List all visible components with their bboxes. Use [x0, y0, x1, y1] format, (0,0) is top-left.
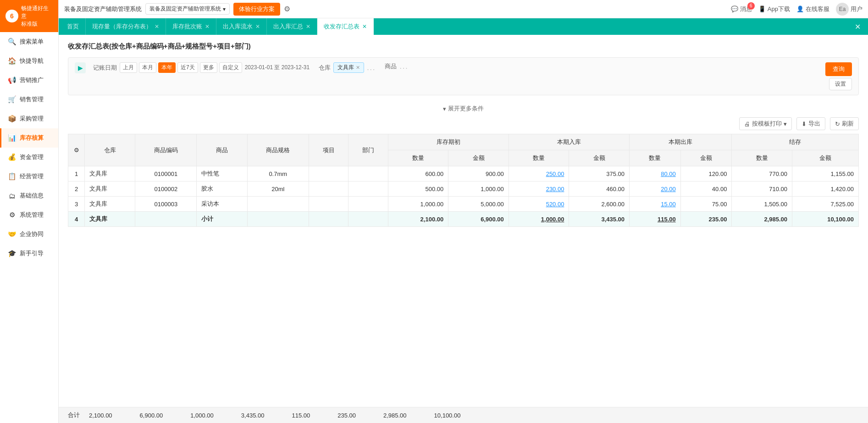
sidebar-label-sales: 销售管理 — [20, 95, 44, 104]
tab-close-batch_ledger[interactable]: ✕ — [205, 23, 210, 30]
date-btn-近7天[interactable]: 近7天 — [177, 62, 198, 73]
th-project: 项目 — [309, 134, 348, 166]
sidebar-label-inventory: 库存核算 — [20, 134, 44, 142]
tab-batch_ledger[interactable]: 库存批次账✕ — [166, 18, 216, 35]
cell-department — [348, 181, 388, 197]
tab-close-inout_summary[interactable]: ✕ — [306, 23, 310, 30]
tab-label-inventory_dist: 现存量（库存分布表） — [92, 22, 152, 31]
filter-settings-btn[interactable]: 设置 — [829, 78, 852, 90]
cell-no: 2 — [68, 181, 85, 197]
warehouse-tag-close[interactable]: ✕ — [356, 65, 360, 71]
sidebar-item-operations[interactable]: 📋经营管理 — [0, 167, 58, 186]
tab-home[interactable]: 首页 — [61, 18, 86, 35]
sidebar-item-basic_info[interactable]: 🗂基础信息 — [0, 186, 58, 205]
tab-inout_flow[interactable]: 出入库流水✕ — [216, 18, 267, 35]
sales-icon: 🛒 — [8, 95, 16, 104]
cell-out-qty[interactable]: 20.00 — [630, 181, 681, 197]
subtotal-out-qty[interactable]: 115.00 — [630, 212, 681, 227]
date-btn-自定义[interactable]: 自定义 — [219, 62, 242, 73]
warehouse-filter-label: 仓库 — [319, 64, 331, 72]
sidebar-item-sales[interactable]: 🛒销售管理 — [0, 90, 58, 109]
cell-bal-qty: 710.00 — [732, 181, 792, 197]
sidebar-item-newbie[interactable]: 🎓新手引导 — [0, 244, 58, 263]
subtotal-in-qty[interactable]: 1,000.00 — [509, 212, 569, 227]
th-goods-code: 商品编码 — [135, 134, 197, 166]
sidebar-item-quick_nav[interactable]: 🏠快捷导航 — [0, 51, 58, 71]
tab-label-inout_flow: 出入库流水 — [223, 22, 253, 31]
sidebar-item-purchase[interactable]: 📦采购管理 — [0, 109, 58, 128]
sidebar-item-inventory[interactable]: 📊库存核算 — [0, 128, 58, 148]
footer-in-amt: 3,435.00 — [241, 412, 265, 419]
cell-goods-spec: 0.7mm — [247, 166, 309, 181]
marketing-icon: 📢 — [8, 76, 16, 84]
cell-in-qty[interactable]: 520.00 — [509, 197, 569, 212]
experience-btn[interactable]: 体验行业方案 — [233, 3, 280, 16]
th-period-out: 本期出库 — [630, 134, 732, 150]
th-start-amt: 金额 — [448, 150, 509, 166]
tab-recv_send_summary[interactable]: 收发存汇总表✕ — [317, 18, 374, 35]
newbie-icon: 🎓 — [8, 249, 16, 258]
th-bal-amt: 金额 — [792, 150, 858, 166]
tab-inventory_dist[interactable]: 现存量（库存分布表）✕ — [86, 18, 166, 35]
system-title: 装备及固定资产辅助管理系统 — [64, 5, 142, 13]
tabs-bar: 首页现存量（库存分布表）✕库存批次账✕出入库流水✕出入库汇总✕收发存汇总表✕ ✕ — [59, 18, 868, 35]
goods-more-btn[interactable]: ... — [399, 62, 408, 71]
cell-goods-spec: 20ml — [247, 181, 309, 197]
sidebar-label-quick_nav: 快捷导航 — [20, 57, 44, 65]
settings-icon[interactable]: ⚙ — [284, 5, 290, 13]
footer-out-qty: 115.00 — [292, 412, 310, 419]
footer-start-qty: 2,100.00 — [89, 412, 112, 419]
close-all-tabs-btn[interactable]: ✕ — [849, 22, 866, 31]
expand-more-btn[interactable]: ▾ 展开更多条件 — [443, 104, 484, 113]
tab-label-batch_ledger: 库存批次账 — [172, 22, 202, 31]
subtotal-bal-amt: 10,100.00 — [792, 212, 858, 227]
tab-close-inout_flow[interactable]: ✕ — [255, 23, 260, 30]
cell-out-amt: 40.00 — [680, 181, 732, 197]
cell-warehouse: 文具库 — [85, 181, 135, 197]
tab-inout_summary[interactable]: 出入库汇总✕ — [267, 18, 317, 35]
date-btn-上月[interactable]: 上月 — [120, 62, 137, 73]
sidebar-item-search[interactable]: 🔍搜索菜单 — [0, 32, 58, 51]
sidebar-label-newbie: 新手引导 — [20, 249, 44, 258]
date-btn-本年[interactable]: 本年 — [158, 62, 176, 73]
query-btn[interactable]: 查询 — [825, 62, 852, 76]
cell-project — [309, 181, 348, 197]
sidebar-item-finance[interactable]: 💰资金管理 — [0, 148, 58, 167]
system-selector[interactable]: 装备及固定资产辅助管理系统 ▾ — [145, 3, 230, 15]
th-start-qty: 数量 — [388, 150, 448, 166]
th-settings-icon[interactable]: ⚙ — [68, 134, 85, 166]
user-menu[interactable]: Ea 用户 — [836, 3, 862, 16]
content-area: 收发存汇总表(按仓库+商品编码+商品+规格型号+项目+部门) ▶ 记账日期 上月… — [59, 35, 868, 423]
cell-out-qty[interactable]: 80.00 — [630, 166, 681, 181]
tab-close-recv_send_summary[interactable]: ✕ — [362, 23, 367, 30]
cell-in-qty[interactable]: 230.00 — [509, 181, 569, 197]
message-btn[interactable]: 💬 消息 6 — [731, 5, 752, 13]
th-goods-spec: 商品规格 — [247, 134, 309, 166]
sidebar-item-marketing[interactable]: 📢营销推广 — [0, 71, 58, 90]
cell-out-qty[interactable]: 15.00 — [630, 197, 681, 212]
cell-start-qty: 1,000.00 — [388, 197, 448, 212]
cell-start-qty: 500.00 — [388, 181, 448, 197]
basic_info-icon: 🗂 — [8, 192, 16, 200]
subtotal-start-qty: 2,100.00 — [388, 212, 448, 227]
date-btn-更多[interactable]: 更多 — [200, 62, 217, 73]
data-table: ⚙ 仓库 商品编码 商品 商品规格 项目 部门 库存期初 本期入库 本期出库 结… — [68, 134, 859, 227]
refresh-btn[interactable]: ↻ 刷新 — [830, 117, 859, 130]
subtotal-no: 4 — [68, 212, 85, 227]
cell-in-qty[interactable]: 250.00 — [509, 166, 569, 181]
date-btn-本月[interactable]: 本月 — [139, 62, 156, 73]
filter-toggle-btn[interactable]: ▶ — [75, 62, 86, 73]
th-out-amt: 金额 — [680, 150, 732, 166]
tab-close-inventory_dist[interactable]: ✕ — [155, 23, 159, 30]
app-download-btn[interactable]: 📱 App下载 — [758, 5, 790, 13]
warehouse-more-btn[interactable]: ... — [367, 64, 376, 72]
operations-icon: 📋 — [8, 172, 16, 181]
print-template-btn[interactable]: 🖨 按模板打印 ▾ — [739, 117, 792, 130]
purchase-icon: 📦 — [8, 115, 16, 123]
online-service-btn[interactable]: 👤 在线客服 — [796, 5, 829, 13]
sidebar-item-enterprise[interactable]: 🤝企业协同 — [0, 225, 58, 244]
th-in-qty: 数量 — [509, 150, 569, 166]
export-btn[interactable]: ⬇ 导出 — [796, 117, 825, 130]
cell-start-qty: 600.00 — [388, 166, 448, 181]
sidebar-item-system[interactable]: ⚙系统管理 — [0, 205, 58, 225]
